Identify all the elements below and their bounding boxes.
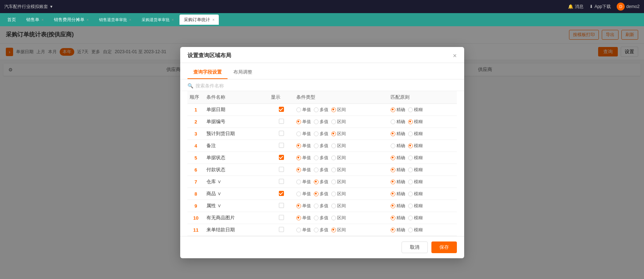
match-radio-fuzzy[interactable]: 模糊 [408,179,423,185]
row-display-checkbox[interactable] [269,224,294,236]
radio-circle[interactable] [314,192,319,196]
radio-circle[interactable] [331,180,336,184]
row-display-checkbox[interactable] [269,128,294,140]
cancel-button[interactable]: 取消 [402,241,428,253]
radio-circle[interactable] [331,119,336,124]
checkbox-unchecked[interactable] [279,215,284,220]
app-dropdown-icon[interactable]: ▾ [50,4,52,9]
radio-circle[interactable] [296,107,301,112]
tab-query-fields[interactable]: 查询字段设置 [187,67,228,79]
radio-circle[interactable] [314,144,319,148]
match-radio-exact[interactable]: 精确 [391,119,405,125]
search-input[interactable] [195,83,268,89]
radio-circle[interactable] [331,204,336,208]
type-radio-multi[interactable]: 多值 [314,119,328,125]
radio-circle[interactable] [408,168,413,172]
radio-circle[interactable] [391,228,395,232]
tab-sales-expense[interactable]: 销售费用分摊单 × [50,15,93,25]
type-radio-multi[interactable]: 多值 [314,131,328,137]
row-display-checkbox[interactable] [269,116,294,128]
radio-circle[interactable] [408,216,413,220]
checkbox-unchecked[interactable] [279,131,284,136]
match-radio-exact[interactable]: 精确 [391,215,405,221]
match-radio-exact[interactable]: 精确 [391,131,405,137]
radio-circle[interactable] [408,192,413,196]
tab-sales-expense-close[interactable]: × [87,18,89,22]
type-radio-single[interactable]: 单值 [296,203,311,209]
match-radio-exact[interactable]: 精确 [391,143,405,149]
radio-circle[interactable] [296,156,301,160]
type-radio-single[interactable]: 单值 [296,119,311,125]
tab-sales-order[interactable]: 销售单 × [22,15,48,25]
checkbox-checked[interactable] [279,107,284,112]
radio-circle[interactable] [391,107,395,112]
type-radio-single[interactable]: 单值 [296,179,311,185]
type-radio-multi[interactable]: 多值 [314,167,328,173]
radio-circle[interactable] [314,168,319,172]
checkbox-unchecked[interactable] [279,179,284,184]
match-radio-fuzzy[interactable]: 模糊 [408,215,423,221]
tab-sales-return[interactable]: 销售退货单审批 × [95,15,136,25]
type-radio-range[interactable]: 区间 [331,119,346,125]
save-button[interactable]: 保存 [431,241,457,253]
dialog-close-button[interactable]: × [453,52,457,59]
type-radio-multi[interactable]: 多值 [314,107,328,113]
radio-circle[interactable] [391,192,395,196]
match-radio-exact[interactable]: 精确 [391,167,405,173]
notifications-btn[interactable]: 🔔 消息 [568,4,584,10]
radio-circle[interactable] [314,180,319,184]
type-radio-multi[interactable]: 多值 [314,203,328,209]
radio-circle[interactable] [408,156,413,160]
match-radio-exact[interactable]: 精确 [391,191,405,197]
radio-circle[interactable] [296,168,301,172]
radio-circle[interactable] [314,228,319,232]
checkbox-checked[interactable] [279,191,284,196]
checkbox-unchecked[interactable] [279,119,284,124]
type-radio-single[interactable]: 单值 [296,191,311,197]
checkbox-unchecked[interactable] [279,203,284,208]
radio-circle[interactable] [331,144,336,148]
radio-circle[interactable] [296,131,301,136]
radio-circle[interactable] [331,107,336,112]
tab-purchase-return[interactable]: 采购退货单审批 × [137,15,178,25]
tab-sales-order-close[interactable]: × [42,18,44,22]
radio-circle[interactable] [296,192,301,196]
radio-circle[interactable] [391,180,395,184]
radio-circle[interactable] [391,119,395,124]
radio-circle[interactable] [296,228,301,232]
download-btn[interactable]: ⬇ App下载 [589,4,611,10]
type-radio-single[interactable]: 单值 [296,107,311,113]
radio-circle[interactable] [408,228,413,232]
radio-circle[interactable] [391,156,395,160]
checkbox-unchecked[interactable] [279,167,284,172]
match-radio-fuzzy[interactable]: 模糊 [408,203,423,209]
type-radio-multi[interactable]: 多值 [314,227,328,233]
tab-purchase-order-stat-close[interactable]: × [212,18,214,22]
radio-circle[interactable] [296,144,301,148]
match-radio-fuzzy[interactable]: 模糊 [408,107,423,113]
type-radio-range[interactable]: 区间 [331,215,346,221]
type-radio-range[interactable]: 区间 [331,203,346,209]
radio-circle[interactable] [408,131,413,136]
row-display-checkbox[interactable] [269,152,294,164]
radio-circle[interactable] [314,131,319,136]
type-radio-single[interactable]: 单值 [296,215,311,221]
match-radio-fuzzy[interactable]: 模糊 [408,167,423,173]
user-btn[interactable]: D demo2 [617,3,640,11]
match-radio-exact[interactable]: 精确 [391,107,405,113]
row-display-checkbox[interactable] [269,104,294,116]
radio-circle[interactable] [391,144,395,148]
match-radio-fuzzy[interactable]: 模糊 [408,143,423,149]
type-radio-single[interactable]: 单值 [296,143,311,149]
radio-circle[interactable] [391,131,395,136]
radio-circle[interactable] [331,156,336,160]
type-radio-range[interactable]: 区间 [331,143,346,149]
radio-circle[interactable] [314,107,319,112]
type-radio-range[interactable]: 区间 [331,155,346,161]
type-radio-multi[interactable]: 多值 [314,215,328,221]
match-radio-exact[interactable]: 精确 [391,179,405,185]
radio-circle[interactable] [408,204,413,208]
match-radio-exact[interactable]: 精确 [391,227,405,233]
radio-circle[interactable] [314,119,319,124]
type-radio-range[interactable]: 区间 [331,131,346,137]
